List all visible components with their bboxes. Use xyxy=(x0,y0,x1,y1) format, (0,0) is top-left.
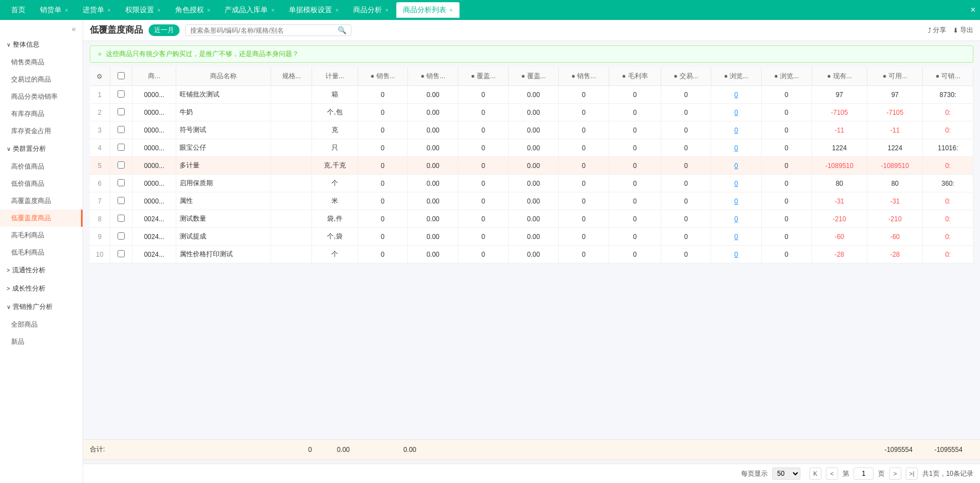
sidebar-item-高毛利商品[interactable]: 高毛利商品 xyxy=(0,227,83,244)
row-checkbox[interactable] xyxy=(118,179,125,186)
total-sales-amt: 0.00 xyxy=(326,446,360,454)
sidebar-item-高价值商品[interactable]: 高价值商品 xyxy=(0,158,83,175)
row-checkbox[interactable] xyxy=(118,108,125,115)
sidebar-item-label: 库存资金占用 xyxy=(11,126,51,136)
row-gross-rate: 0 xyxy=(609,192,661,210)
row-saleable: 11016: xyxy=(923,139,973,157)
table-row: 60000...启用保质期个00.0000.00000008080360: xyxy=(90,175,973,192)
col-header-check xyxy=(110,67,132,86)
row-checkbox[interactable] xyxy=(118,161,125,169)
col-header-saleable: ● 可销... xyxy=(923,67,973,86)
nav-tab-进货单[interactable]: 进货单× xyxy=(76,2,118,18)
nav-tab-close[interactable]: × xyxy=(207,7,211,13)
table-row: 90024...测试提成个,袋00.0000.0000000-60-600: xyxy=(90,228,973,246)
period-button[interactable]: 近一月 xyxy=(149,24,180,36)
row-name: 旺铺批次测试 xyxy=(176,86,271,104)
row-trade: 0 xyxy=(661,139,711,157)
nav-tab-单据模板设置[interactable]: 单据模板设置× xyxy=(282,2,345,18)
sidebar-item-全部商品[interactable]: 全部商品 xyxy=(0,316,83,333)
share-button[interactable]: ⤴ 分享 xyxy=(928,26,946,35)
row-trade: 0 xyxy=(661,210,711,228)
last-page-button[interactable]: >| xyxy=(906,467,918,480)
row-current: -1089510 xyxy=(811,157,867,175)
top-nav: 首页销货单×进货单×权限设置×角色授权×产成品入库单×单据模板设置×商品分析×商… xyxy=(0,0,980,20)
first-page-button[interactable]: K xyxy=(809,467,821,480)
per-page-select[interactable]: 50 20 100 xyxy=(772,467,800,480)
sidebar-group-成长性分析[interactable]: >成长性分析 xyxy=(0,279,83,298)
sidebar-item-交易过的商品[interactable]: 交易过的商品 xyxy=(0,71,83,88)
row-checkbox[interactable] xyxy=(118,215,125,222)
row-cover2: 0.00 xyxy=(508,210,559,228)
nav-tab-close[interactable]: × xyxy=(450,7,453,13)
nav-tab-close[interactable]: × xyxy=(157,7,161,13)
row-browse1: 0 xyxy=(711,86,762,104)
sidebar-item-低价值商品[interactable]: 低价值商品 xyxy=(0,175,83,192)
row-current: -28 xyxy=(811,246,867,263)
row-checkbox[interactable] xyxy=(118,197,125,204)
table-row: 30000...符号测试克00.0000.0000000-11-110: xyxy=(90,121,973,139)
row-code: 0024... xyxy=(132,246,176,263)
row-trade: 0 xyxy=(661,175,711,192)
sidebar-group-流通性分析[interactable]: >流通性分析 xyxy=(0,261,83,279)
sidebar-group-整体信息[interactable]: ∨整体信息 xyxy=(0,35,83,54)
row-checkbox[interactable] xyxy=(118,232,125,240)
sidebar-item-有库存商品[interactable]: 有库存商品 xyxy=(0,105,83,123)
col-header-cover2: ● 覆盖... xyxy=(508,67,559,86)
row-saleable: 360: xyxy=(923,175,973,192)
sidebar-item-label: 低毛利商品 xyxy=(11,248,44,257)
sidebar-item-高覆盖度商品[interactable]: 高覆盖度商品 xyxy=(0,192,83,210)
sidebar-item-低毛利商品[interactable]: 低毛利商品 xyxy=(0,244,83,261)
nav-tab-角色授权[interactable]: 角色授权× xyxy=(169,2,217,18)
row-cover1: 0 xyxy=(458,157,508,175)
row-checkbox[interactable] xyxy=(118,90,125,98)
next-page-button[interactable]: > xyxy=(889,467,901,480)
nav-tab-商品分析列表[interactable]: 商品分析列表× xyxy=(396,2,460,18)
sidebar-group-类群置分析[interactable]: ∨类群置分析 xyxy=(0,140,83,158)
sidebar-item-库存资金占用[interactable]: 库存资金占用 xyxy=(0,123,83,140)
sidebar-item-低覆盖度商品[interactable]: 低覆盖度商品 xyxy=(0,210,83,227)
row-saleable: 0: xyxy=(923,246,973,263)
row-available: -11 xyxy=(867,121,922,139)
row-gross-rate: 0 xyxy=(609,228,661,246)
nav-tab-close[interactable]: × xyxy=(108,7,111,13)
row-sales-x: 0 xyxy=(559,228,609,246)
nav-tab-销货单[interactable]: 销货单× xyxy=(33,2,75,18)
settings-icon[interactable]: ⚙ xyxy=(96,73,103,80)
nav-tab-首页[interactable]: 首页 xyxy=(4,2,32,18)
page-number-input[interactable] xyxy=(854,467,874,480)
arrow-icon: > xyxy=(7,286,10,292)
row-gross-rate: 0 xyxy=(609,210,661,228)
row-saleable: 0: xyxy=(923,228,973,246)
select-all-checkbox[interactable] xyxy=(118,72,125,79)
search-input[interactable] xyxy=(190,27,335,34)
row-available: -31 xyxy=(867,192,922,210)
sidebar-item-新品[interactable]: 新品 xyxy=(0,333,83,350)
nav-tab-close[interactable]: × xyxy=(335,7,339,13)
prev-page-button[interactable]: < xyxy=(826,467,838,480)
sidebar-group-营销推广分析[interactable]: ∨营销推广分析 xyxy=(0,298,83,316)
row-code: 0000... xyxy=(132,175,176,192)
col-header-settings[interactable]: ⚙ xyxy=(90,67,110,86)
nav-tab-商品分析[interactable]: 商品分析× xyxy=(346,2,395,18)
sidebar-item-商品分类动销率[interactable]: 商品分类动销率 xyxy=(0,88,83,105)
nav-tab-close[interactable]: × xyxy=(65,7,68,13)
row-code: 0000... xyxy=(132,192,176,210)
row-number: 6 xyxy=(90,175,110,192)
row-checkbox[interactable] xyxy=(118,250,125,257)
row-spec xyxy=(271,210,312,228)
row-checkbox[interactable] xyxy=(118,126,125,133)
export-button[interactable]: ⬇ 导出 xyxy=(953,26,973,35)
col-header-current: ● 现有... xyxy=(811,67,867,86)
nav-tab-产成品入库单[interactable]: 产成品入库单× xyxy=(218,2,281,18)
sidebar-item-销售类商品[interactable]: 销售类商品 xyxy=(0,54,83,71)
row-unit: 袋,件 xyxy=(312,210,358,228)
nav-tab-权限设置[interactable]: 权限设置× xyxy=(119,2,167,18)
row-checkbox[interactable] xyxy=(118,144,125,151)
row-checkbox-cell xyxy=(110,210,132,228)
nav-tab-close[interactable]: × xyxy=(271,7,274,13)
row-gross-rate: 0 xyxy=(609,104,661,121)
sidebar-collapse-button[interactable]: « xyxy=(69,24,78,33)
header-actions: ⤴ 分享 ⬇ 导出 xyxy=(928,26,973,35)
nav-tab-close[interactable]: × xyxy=(385,7,389,13)
close-all-button[interactable]: × xyxy=(971,5,976,15)
